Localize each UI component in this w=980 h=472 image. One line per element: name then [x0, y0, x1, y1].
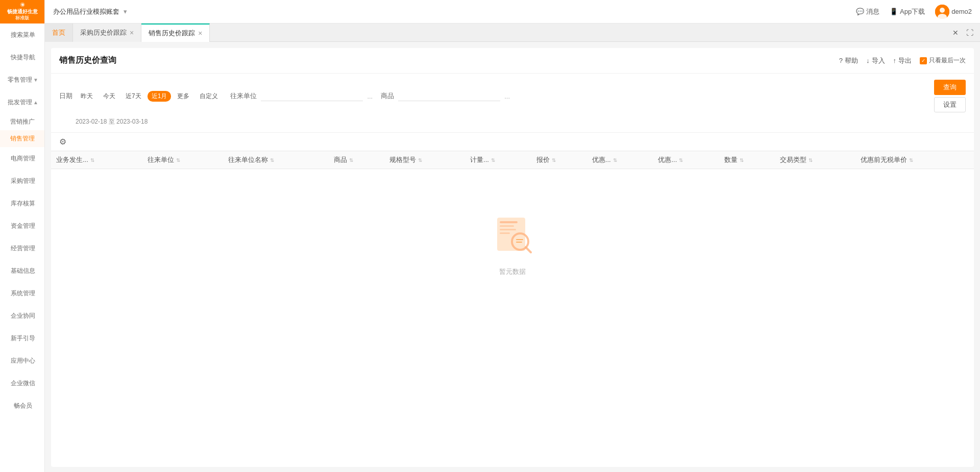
- col-date[interactable]: 业务发生... ⇅: [51, 151, 142, 169]
- product-input[interactable]: [398, 91, 500, 101]
- date-chip-today[interactable]: 今天: [99, 91, 119, 102]
- message-action[interactable]: 💬 消息: [856, 7, 879, 16]
- maximize-btn[interactable]: ⛶: [964, 27, 976, 39]
- col-product[interactable]: 商品 ⇅: [329, 151, 384, 169]
- close-tab-sales[interactable]: ×: [198, 30, 202, 37]
- date-chip-more[interactable]: 更多: [173, 91, 193, 102]
- date-chip-7days[interactable]: 近7天: [121, 91, 145, 102]
- close-tab-purchase[interactable]: ×: [130, 29, 134, 36]
- tab-bar: 首页 采购历史价跟踪 × 销售历史价跟踪 × ✕ ⛶: [45, 23, 980, 42]
- sort-icon-discount2: ⇅: [679, 157, 683, 163]
- table-area: ⚙ 业务发生... ⇅: [51, 133, 974, 317]
- product-label: 商品: [381, 91, 394, 101]
- main-area: 办公用品行业模拟账套 ▾ 💬 消息 📱 App下载 demo2 首页: [45, 0, 980, 472]
- tab-sales[interactable]: 销售历史价跟踪 ×: [141, 23, 210, 42]
- filter-row-2: 2023-02-18 至 2023-03-18: [59, 117, 966, 126]
- import-btn[interactable]: ↓ 导入: [866, 56, 885, 65]
- column-settings-icon[interactable]: ⚙: [59, 137, 66, 147]
- workspace-selector[interactable]: 办公用品行业模拟账套 ▾: [53, 7, 127, 16]
- help-icon: ?: [839, 57, 843, 64]
- page-card: 销售历史价查询 ? 帮助 ↓ 导入 ↑ 导出 ✓: [51, 48, 974, 467]
- date-chip-1month[interactable]: 近1月: [148, 91, 172, 102]
- close-all-tabs[interactable]: ✕: [949, 27, 962, 39]
- tab-actions: ✕ ⛶: [945, 27, 980, 39]
- sidebar-item-newbie[interactable]: 新手引导: [0, 327, 44, 349]
- svg-rect-8: [500, 229, 516, 230]
- date-range-display: 2023-02-18 至 2023-03-18: [76, 117, 148, 126]
- col-client-name[interactable]: 往来单位名称 ⇅: [223, 151, 329, 169]
- client-filter-group: 往来单位 ...: [230, 91, 373, 101]
- col-trade-type[interactable]: 交易类型 ⇅: [775, 151, 855, 169]
- col-qty[interactable]: 数量 ⇅: [719, 151, 775, 169]
- sidebar-item-system[interactable]: 系统管理: [0, 282, 44, 304]
- query-button[interactable]: 查询: [934, 80, 966, 95]
- product-dots[interactable]: ...: [504, 92, 510, 100]
- date-chip-yesterday[interactable]: 昨天: [77, 91, 97, 102]
- sidebar-item-marketing[interactable]: 营销推广: [0, 113, 44, 130]
- sidebar-item-wholesale[interactable]: 批发管理 ▲: [0, 91, 44, 113]
- export-icon: ↑: [893, 57, 897, 64]
- help-btn[interactable]: ? 帮助: [839, 56, 858, 65]
- sidebar-item-basics[interactable]: 基础信息: [0, 259, 44, 282]
- col-client[interactable]: 往来单位 ⇅: [142, 151, 223, 169]
- svg-text:畅: 畅: [21, 3, 23, 6]
- sidebar-item-nav[interactable]: 快捷导航: [0, 46, 44, 68]
- settings-button[interactable]: 设置: [934, 97, 966, 112]
- sort-icon-date: ⇅: [90, 157, 94, 163]
- svg-line-11: [526, 247, 531, 252]
- client-input[interactable]: [261, 91, 363, 101]
- page-title: 销售历史价查询: [59, 55, 116, 66]
- product-filter-group: 商品 ...: [381, 91, 510, 101]
- col-discount2[interactable]: 优惠... ⇅: [653, 151, 719, 169]
- username: demo2: [951, 8, 972, 15]
- page-header-actions: ? 帮助 ↓ 导入 ↑ 导出 ✓ 只看最后一次: [839, 56, 966, 65]
- client-label: 往来单位: [230, 91, 257, 101]
- col-quote[interactable]: 报价 ⇅: [531, 151, 587, 169]
- client-dots[interactable]: ...: [367, 92, 373, 100]
- col-unit[interactable]: 计量... ⇅: [465, 151, 531, 169]
- sidebar-item-sales[interactable]: 销售管理: [0, 130, 44, 147]
- sort-icon-unit: ⇅: [491, 157, 495, 163]
- export-btn[interactable]: ↑ 导出: [893, 56, 912, 65]
- sidebar-item-purchase[interactable]: 采购管理: [0, 170, 44, 192]
- sidebar-item-app-center[interactable]: 应用中心: [0, 349, 44, 372]
- sidebar-item-ecommerce[interactable]: 电商管理: [0, 147, 44, 170]
- empty-icon: [487, 210, 538, 261]
- empty-state: 暂元数据: [51, 169, 974, 317]
- sidebar-item-finance[interactable]: 资金管理: [0, 215, 44, 237]
- sidebar-item-wechat[interactable]: 企业微信: [0, 372, 44, 394]
- col-discount1[interactable]: 优惠... ⇅: [587, 151, 653, 169]
- date-chips: 昨天 今天 近7天 近1月 更多 自定义: [77, 91, 222, 102]
- table-toolbar: ⚙: [51, 133, 974, 151]
- header-actions: 💬 消息 📱 App下载 demo2: [856, 5, 972, 19]
- import-icon: ↓: [866, 57, 870, 64]
- tab-purchase[interactable]: 采购历史价跟踪 ×: [73, 23, 141, 42]
- date-chip-custom[interactable]: 自定义: [195, 91, 222, 102]
- chevron-up-icon: ▲: [33, 100, 38, 105]
- sort-icon-client: ⇅: [176, 157, 180, 163]
- app-download-action[interactable]: 📱 App下载: [890, 7, 925, 16]
- tab-home[interactable]: 首页: [45, 23, 73, 42]
- empty-text: 暂元数据: [499, 267, 526, 276]
- sidebar-item-operations[interactable]: 经营管理: [0, 237, 44, 259]
- sidebar-item-member[interactable]: 畅会员: [0, 394, 44, 417]
- col-pretax-price[interactable]: 优惠前无税单价 ⇅: [855, 151, 974, 169]
- sort-icon-quote: ⇅: [552, 157, 556, 163]
- message-icon: 💬: [856, 8, 864, 15]
- app-logo[interactable]: 畅 畅捷通好生意 标准版: [0, 0, 44, 23]
- sort-icon-spec: ⇅: [418, 157, 422, 163]
- avatar: [935, 5, 949, 19]
- workspace-title: 办公用品行业模拟账套: [53, 7, 119, 16]
- sidebar-item-enterprise[interactable]: 企业协同: [0, 304, 44, 327]
- user-profile[interactable]: demo2: [935, 5, 972, 19]
- only-last-checkbox[interactable]: ✓ 只看最后一次: [920, 56, 966, 65]
- sidebar-item-retail[interactable]: 零售管理 ▼: [0, 68, 44, 91]
- sidebar-item-search[interactable]: 搜索菜单: [0, 23, 44, 46]
- sort-icon-qty: ⇅: [740, 157, 744, 163]
- filter-area: 日期 昨天 今天 近7天 近1月 更多 自定义 往来单位 ..: [51, 74, 974, 133]
- sort-icon-pretax-price: ⇅: [909, 157, 913, 163]
- sidebar-item-inventory[interactable]: 库存核算: [0, 192, 44, 215]
- workspace-dropdown-icon[interactable]: ▾: [124, 8, 127, 15]
- col-spec[interactable]: 规格型号 ⇅: [384, 151, 465, 169]
- download-icon: 📱: [890, 8, 898, 15]
